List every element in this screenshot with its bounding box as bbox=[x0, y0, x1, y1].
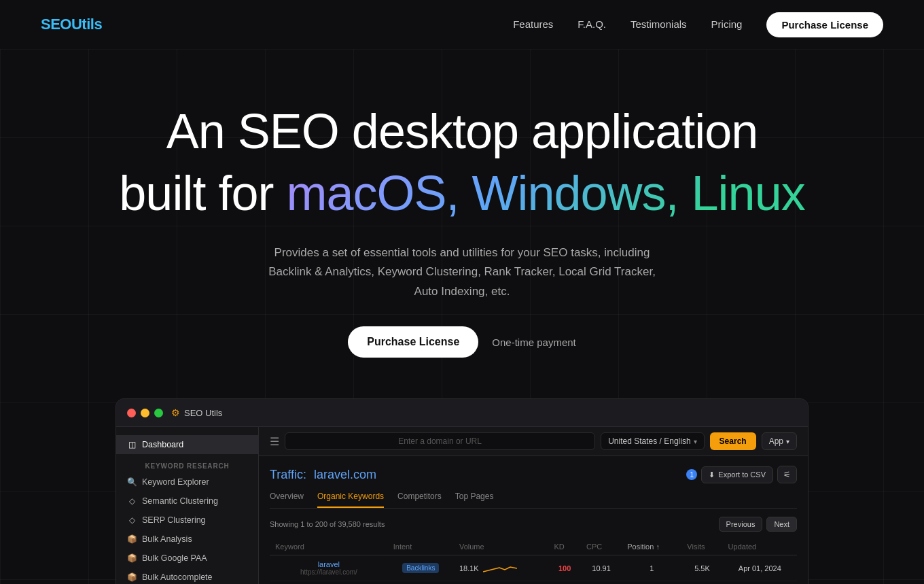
keyword-url[interactable]: https://laravel.com/ bbox=[275, 568, 383, 576]
bulk-analysis-icon: 📦 bbox=[127, 534, 137, 544]
keyword-cell: forge laravel https://forge.laravel.com/ bbox=[270, 581, 388, 584]
window-title-text: SEO Utils bbox=[184, 408, 222, 418]
hero-cta-note: One-time payment bbox=[492, 337, 575, 348]
logo-seo: SEO bbox=[41, 16, 71, 33]
export-wrapper: 1 ⬇ Export to CSV ⚟ bbox=[686, 466, 797, 483]
nav-faq[interactable]: F.A.Q. bbox=[578, 18, 606, 31]
sidebar-serp-clustering[interactable]: ◇ SERP Clustering bbox=[116, 511, 258, 530]
sidebar-semantic-clustering[interactable]: ◇ Semantic Clustering bbox=[116, 492, 258, 511]
keyword-explorer-label: Keyword Explorer bbox=[142, 477, 209, 487]
sidebar-bulk-analysis[interactable]: 📦 Bulk Analysis bbox=[116, 530, 258, 549]
results-info: Showing 1 to 200 of 39,580 results Previ… bbox=[270, 517, 797, 532]
download-icon: ⬇ bbox=[709, 470, 715, 479]
hero-purchase-button[interactable]: Purchase License bbox=[348, 326, 478, 358]
app-main: ☰ Enter a domain or URL United States / … bbox=[259, 427, 808, 584]
traffic-domain: laravel.com bbox=[314, 468, 376, 481]
visits-cell: 486 bbox=[681, 581, 722, 584]
tl-yellow[interactable] bbox=[141, 409, 149, 417]
col-keyword[interactable]: Keyword bbox=[270, 538, 388, 555]
app-btn-label: App bbox=[769, 436, 783, 446]
tab-top-pages[interactable]: Top Pages bbox=[455, 492, 494, 508]
sidebar-keyword-explorer[interactable]: 🔍 Keyword Explorer bbox=[116, 473, 258, 492]
dashboard-icon: ◫ bbox=[127, 440, 137, 449]
export-csv-button[interactable]: ⬇ Export to CSV bbox=[701, 466, 773, 483]
col-visits[interactable]: Visits bbox=[681, 538, 722, 555]
volume-cell: 1.6K bbox=[454, 581, 548, 584]
export-label: Export to CSV bbox=[718, 470, 766, 479]
hero-content: An SEO desktop application built for mac… bbox=[14, 103, 910, 584]
nav-links: Features F.A.Q. Testimonials Pricing Pur… bbox=[513, 12, 883, 37]
location-select[interactable]: United States / English ▾ bbox=[601, 432, 704, 450]
position-cell: 1 bbox=[622, 555, 681, 581]
sidebar-dashboard[interactable]: ◫ Dashboard bbox=[116, 435, 258, 454]
nav-purchase-cta[interactable]: Purchase License bbox=[766, 12, 883, 37]
bulk-autocomplete-label: Bulk Autocomplete bbox=[142, 572, 213, 582]
domain-placeholder: Enter a domain or URL bbox=[398, 436, 482, 446]
position-cell: 1 bbox=[622, 581, 681, 584]
data-table: Keyword Intent Volume KD CPC Position ↑ … bbox=[270, 538, 797, 584]
col-kd[interactable]: KD bbox=[548, 538, 581, 555]
search-button[interactable]: Search bbox=[710, 432, 756, 450]
menu-icon[interactable]: ☰ bbox=[270, 435, 279, 448]
col-intent[interactable]: Intent bbox=[388, 538, 454, 555]
domain-input[interactable]: Enter a domain or URL bbox=[285, 432, 595, 450]
window-title: ⚙ SEO Utils bbox=[171, 407, 222, 418]
keyword-cell: laravel https://laravel.com/ bbox=[270, 555, 388, 581]
hero-title-gradient: macOS, Windows, Linux bbox=[286, 166, 804, 220]
results-count: Showing 1 to 200 of 39,580 results bbox=[270, 520, 385, 528]
traffic-lights bbox=[127, 409, 163, 417]
bulk-autocomplete-icon: 📦 bbox=[127, 572, 137, 582]
chevron-down-icon-app: ▾ bbox=[786, 438, 789, 445]
col-updated[interactable]: Updated bbox=[723, 538, 797, 555]
nav-testimonials[interactable]: Testimonials bbox=[630, 18, 687, 31]
col-volume[interactable]: Volume bbox=[454, 538, 548, 555]
serp-clustering-label: SERP Clustering bbox=[142, 515, 206, 525]
visits-cell: 5.5K bbox=[681, 555, 722, 581]
keyword-text[interactable]: laravel bbox=[275, 560, 383, 568]
sidebar-bulk-autocomplete[interactable]: 📦 Bulk Autocomplete bbox=[116, 568, 258, 584]
col-cpc[interactable]: CPC bbox=[581, 538, 622, 555]
filter-button[interactable]: ⚟ bbox=[777, 466, 797, 483]
sidebar-dashboard-label: Dashboard bbox=[142, 440, 183, 449]
app-topbar: ☰ Enter a domain or URL United States / … bbox=[259, 427, 808, 456]
kd-value: 100 bbox=[558, 564, 571, 572]
col-position[interactable]: Position ↑ bbox=[622, 538, 681, 555]
window-chrome: ⚙ SEO Utils bbox=[116, 399, 808, 427]
nav-pricing[interactable]: Pricing bbox=[711, 18, 743, 31]
serp-icon: ◇ bbox=[127, 515, 137, 525]
notification-badge: 1 bbox=[686, 469, 697, 480]
hero-cta: Purchase License One-time payment bbox=[14, 326, 910, 358]
content-tabs: Overview Organic Keywords Competitors To… bbox=[270, 492, 797, 509]
app-screenshot: ⚙ SEO Utils ◫ Dashboard KEYWORD RESEARCH… bbox=[116, 398, 808, 584]
nav-features[interactable]: Features bbox=[513, 18, 553, 31]
tab-overview[interactable]: Overview bbox=[270, 492, 304, 508]
volume-cell: 18.1K bbox=[454, 555, 548, 581]
filter-icon: ⚟ bbox=[783, 470, 791, 479]
tl-green[interactable] bbox=[154, 409, 163, 417]
updated-cell: Apr 03, 2024 bbox=[723, 581, 797, 584]
semantic-icon: ◇ bbox=[127, 496, 137, 506]
prev-page-button[interactable]: Previous bbox=[719, 517, 763, 532]
next-page-button[interactable]: Next bbox=[766, 517, 797, 532]
bulk-paa-icon: 📦 bbox=[127, 553, 137, 563]
table-header-row: Keyword Intent Volume KD CPC Position ↑ … bbox=[270, 538, 797, 555]
app-sidebar: ◫ Dashboard KEYWORD RESEARCH 🔍 Keyword E… bbox=[116, 427, 259, 584]
intent-cell: Backlinks bbox=[388, 555, 454, 581]
traffic-label: Traffic: bbox=[270, 468, 306, 481]
chevron-down-icon: ▾ bbox=[694, 438, 697, 445]
tab-organic-keywords[interactable]: Organic Keywords bbox=[317, 492, 384, 508]
volume-value: 18.1K bbox=[459, 564, 479, 572]
tl-red[interactable] bbox=[127, 409, 136, 417]
bulk-analysis-label: Bulk Analysis bbox=[142, 534, 192, 544]
hero-title-line2: built for macOS, Windows, Linux bbox=[14, 165, 910, 222]
intent-cell: Backlinks bbox=[388, 581, 454, 584]
sidebar-bulk-google-paa[interactable]: 📦 Bulk Google PAA bbox=[116, 549, 258, 568]
semantic-clustering-label: Semantic Clustering bbox=[142, 496, 218, 506]
bulk-paa-label: Bulk Google PAA bbox=[142, 553, 207, 563]
position-value: 1 bbox=[650, 564, 654, 572]
tab-competitors[interactable]: Competitors bbox=[397, 492, 442, 508]
sidebar-section-keyword: KEYWORD RESEARCH bbox=[116, 454, 258, 473]
app-menu-button[interactable]: App ▾ bbox=[762, 432, 797, 450]
logo[interactable]: SEOUtils bbox=[41, 16, 102, 33]
nav-purchase-button[interactable]: Purchase License bbox=[766, 12, 883, 37]
